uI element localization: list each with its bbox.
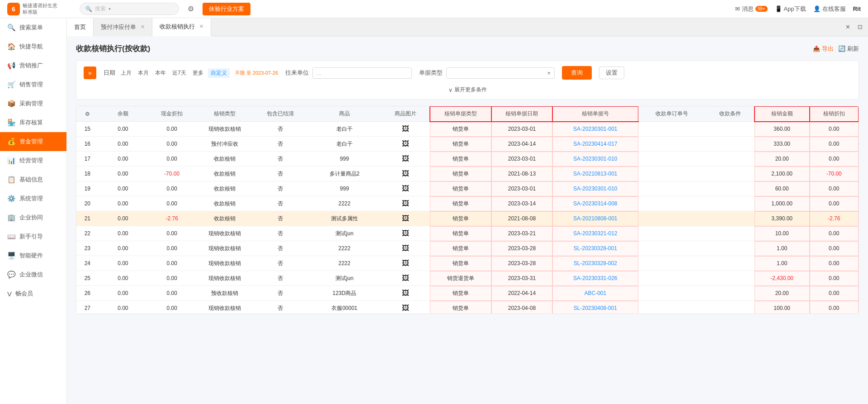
- write-off-no-link[interactable]: SA-20230301-010: [573, 185, 617, 192]
- write-off-no-link[interactable]: SA-20230321-012: [573, 230, 617, 237]
- cell-goods: 老白干: [308, 137, 381, 152]
- cell-cash_discount: 0.00: [147, 181, 196, 196]
- write-off-no-link[interactable]: SA-20230414-017: [573, 141, 617, 147]
- cell-balance: 0.00: [99, 166, 147, 181]
- cell-write_off_discount: 0.00: [810, 256, 859, 271]
- online-service-item[interactable]: 👤 在线客服: [813, 5, 846, 13]
- counterparty-input[interactable]: ...: [312, 67, 412, 79]
- sidebar-item-business[interactable]: 📊经营管理: [0, 151, 66, 170]
- export-icon: 📤: [813, 45, 820, 52]
- sidebar-item-wechat[interactable]: 💬企业微信: [0, 265, 66, 284]
- write-off-no-link[interactable]: SL-20230328-001: [574, 245, 617, 252]
- sidebar-label-business: 经营管理: [19, 157, 43, 165]
- write-off-no-link[interactable]: SA-20210808-001: [573, 215, 617, 222]
- sidebar-label-quicknav: 快捷导航: [19, 43, 43, 51]
- cell-receipt_condition: [705, 137, 754, 152]
- date-opt-last-month[interactable]: 上月: [119, 68, 133, 78]
- industry-btn[interactable]: 休验行业方案: [203, 3, 250, 15]
- sidebar-item-search[interactable]: 🔍搜索菜单: [0, 18, 66, 37]
- sidebar-label-purchase: 采购管理: [19, 100, 43, 108]
- cell-is_settled: 否: [253, 152, 308, 166]
- col-header-write_off_discount: 核销折扣: [810, 106, 859, 122]
- cell-write_off_amount: 2,100.00: [755, 166, 810, 181]
- sidebar-item-member[interactable]: V畅会员: [0, 284, 66, 303]
- sidebar-item-basic[interactable]: 📋基础信息: [0, 170, 66, 189]
- date-opt-this-month[interactable]: 本月: [136, 68, 151, 78]
- cell-goods_image: 🖼: [381, 256, 430, 271]
- date-opt-this-year[interactable]: 本年: [153, 68, 168, 78]
- sidebar-item-system[interactable]: ⚙️系统管理: [0, 189, 66, 208]
- cell-write_off_discount: 0.00: [810, 137, 859, 152]
- write-off-no-link[interactable]: SL-20230408-001: [574, 305, 617, 311]
- tab-prepay[interactable]: 预付冲应付单✕: [94, 18, 152, 36]
- notification-badge: 99+: [755, 6, 768, 12]
- table-row: 170.000.00收款核销否999🖼销货单2023-03-01SA-20230…: [76, 152, 859, 166]
- sidebar-icon-member: V: [7, 290, 12, 298]
- query-btn[interactable]: 查询: [562, 66, 592, 80]
- cell-write_off_discount: 0.00: [810, 152, 859, 166]
- sidebar-item-inventory[interactable]: 🏪库存核算: [0, 113, 66, 132]
- sidebar-item-purchase[interactable]: 📦采购管理: [0, 94, 66, 113]
- col-header-cash_discount: 现金折扣: [147, 106, 196, 122]
- sidebar-icon-hardware: 🖥️: [7, 252, 16, 260]
- cell-write_off_amount: 20.00: [755, 286, 810, 301]
- sidebar-icon-marketing: 📢: [7, 62, 16, 70]
- row-seq: 19: [76, 181, 99, 196]
- cell-goods_image: 🖼: [381, 286, 430, 301]
- collapse-filter-btn[interactable]: »: [84, 67, 96, 79]
- voucher-type-select[interactable]: ▾: [446, 67, 555, 79]
- close-window-btn[interactable]: ✕: [845, 24, 850, 30]
- tab-home[interactable]: 首页: [67, 18, 94, 36]
- service-icon: 👤: [813, 5, 821, 12]
- col-header-write_off_doc_type: 核销单据类型: [430, 106, 491, 122]
- goods-image-icon: 🖼: [402, 229, 409, 237]
- cell-write_off_date: 2023-03-31: [491, 271, 552, 286]
- tab-close-receipt[interactable]: ✕: [199, 24, 203, 29]
- sidebar-item-hardware[interactable]: 🖥️智能硬件: [0, 246, 66, 265]
- date-opt-custom[interactable]: 自定义: [208, 68, 230, 78]
- export-btn[interactable]: 📤 导出: [813, 45, 834, 53]
- write-off-no-link[interactable]: ABC-001: [584, 290, 606, 296]
- cell-write_off_no: SA-20230301-010: [552, 181, 638, 196]
- write-off-no-link[interactable]: SA-20230314-008: [573, 200, 617, 207]
- sidebar-item-marketing[interactable]: 📢营销推广: [0, 56, 66, 75]
- write-off-no-link[interactable]: SA-20230301-001: [573, 126, 617, 132]
- sidebar-item-corp[interactable]: 🏢企业协同: [0, 208, 66, 227]
- sidebar-item-finance[interactable]: 💰资金管理: [0, 132, 66, 151]
- page-content: 收款核销执行(按收款) 📤 导出 🔄 刷新 »: [67, 36, 868, 404]
- top-search-box[interactable]: 🔍 搜索 ▾: [80, 3, 179, 15]
- table-row: 210.00-2.76收款核销否测试多属性🖼销货单2021-08-08SA-20…: [76, 211, 859, 226]
- maximize-btn[interactable]: ⊡: [858, 24, 863, 30]
- tab-bar: 首页预付冲应付单✕收款核销执行✕✕⊡: [67, 18, 868, 36]
- write-off-no-link[interactable]: SL-20230328-002: [574, 260, 617, 266]
- notification-item[interactable]: ✉ 消息 99+: [735, 5, 768, 13]
- tab-close-prepay[interactable]: ✕: [141, 24, 145, 30]
- sidebar-item-guide[interactable]: 📖新手引导: [0, 227, 66, 246]
- write-off-no-link[interactable]: SA-20230301-010: [573, 156, 617, 162]
- sidebar-icon-purchase: 📦: [7, 100, 16, 108]
- date-opt-7days[interactable]: 近7天: [170, 68, 188, 78]
- cell-receipt_order_no: [638, 137, 706, 152]
- refresh-btn[interactable]: 🔄 刷新: [838, 45, 859, 53]
- date-opt-more[interactable]: 更多: [191, 68, 205, 78]
- write-off-no-link[interactable]: SA-20210813-001: [573, 171, 617, 177]
- app-download-item[interactable]: 📱 App下载: [775, 5, 806, 13]
- settings-gear-btn[interactable]: ⚙: [184, 3, 197, 15]
- search-dropdown-arrow[interactable]: ▾: [108, 6, 111, 11]
- search-icon: 🔍: [85, 6, 92, 12]
- row-seq: 23: [76, 241, 99, 256]
- goods-image-icon: 🖼: [402, 170, 409, 177]
- sidebar-item-sales[interactable]: 🛒销售管理: [0, 75, 66, 94]
- user-item[interactable]: Rit: [853, 5, 861, 12]
- cell-write_off_date: 2023-04-14: [491, 137, 552, 152]
- cell-write_off_doc_type: 销货单: [430, 241, 491, 256]
- write-off-no-link[interactable]: SA-20230331-026: [573, 275, 617, 281]
- tab-receipt[interactable]: 收款核销执行✕: [152, 18, 211, 36]
- filter-settings-btn[interactable]: 设置: [599, 67, 624, 79]
- expand-filter-btn[interactable]: ∨ 展开更多条件: [448, 86, 487, 94]
- sidebar-item-quicknav[interactable]: 🏠快捷导航: [0, 37, 66, 56]
- tab-label-home: 首页: [74, 23, 86, 31]
- cell-receipt_condition: [705, 241, 754, 256]
- cell-goods_image: 🖼: [381, 137, 430, 152]
- row-seq: 20: [76, 196, 99, 211]
